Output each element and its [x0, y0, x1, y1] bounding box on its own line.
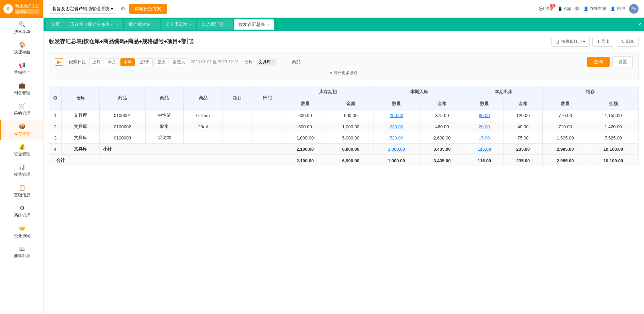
system-title: 装备及固定资产辅助管理系统	[52, 6, 110, 12]
tab-receive-summary[interactable]: 收发存汇总表 ×	[234, 19, 274, 30]
settings-icon[interactable]: ⚙	[120, 5, 125, 12]
finance-icon: 💰	[19, 144, 26, 150]
row-name: 胶水	[145, 121, 183, 132]
user-label: 用户	[617, 6, 625, 12]
row-out-amt: 75.00	[503, 132, 542, 144]
online-service-button[interactable]: 👤 在线客服	[583, 6, 606, 12]
sidebar-item-system[interactable]: ⚙系统管理	[0, 201, 43, 222]
page-inner: 收发存汇总表(按仓库+商品编码+商品+规格型号+项目+部门) 🖨 按模板打印 ▾…	[44, 31, 644, 314]
col-header-name: 商品	[145, 86, 183, 110]
row-in-amt: 375.00	[419, 110, 465, 121]
subtotal-in-amt: 3,435.00	[419, 144, 465, 155]
date-btn-7days[interactable]: 近7天	[136, 58, 153, 66]
sidebar-item-purchase[interactable]: 🛒采购管理	[0, 99, 43, 120]
sidebar-item-finance[interactable]: 💰资金管理	[0, 140, 43, 161]
tab-inventory-dist-close[interactable]: ×	[116, 22, 118, 27]
col-sub-out-amt: 金额	[503, 98, 542, 110]
tab-bar-close-button[interactable]: ×	[638, 21, 641, 28]
row-spec: 20ml	[184, 121, 222, 132]
experience-button[interactable]: 体验行业方案	[129, 4, 167, 14]
row-dept	[252, 110, 282, 121]
product-filter-dots[interactable]: ···	[303, 59, 310, 65]
sidebar-item-quick-nav[interactable]: 🏠快捷导航	[0, 38, 43, 59]
row-open-qty: 600.00	[282, 110, 328, 121]
col-sub-bal-qty: 数量	[542, 98, 588, 110]
set-button[interactable]: 设置	[612, 56, 633, 67]
table-settings-icon[interactable]: ⚙	[53, 95, 57, 101]
tab-inout-flow[interactable]: 出入库流水 ×	[161, 19, 196, 30]
sidebar-item-guide[interactable]: 📖新手引导	[0, 242, 43, 263]
tab-inventory-dist-label: 现存量（库存分布表）	[70, 21, 114, 28]
tab-receive-summary-close[interactable]: ×	[267, 22, 269, 27]
system-select[interactable]: 装备及固定资产辅助管理系统 ▾	[49, 4, 116, 14]
logo-text-line1: 畅捷通好生意	[15, 3, 39, 9]
row-dept	[252, 121, 282, 132]
tab-batch-account-label: 库存批次账	[129, 21, 151, 28]
col-header-opening: 库存期初	[282, 86, 374, 98]
logo-badge: 标准版	[15, 9, 39, 14]
user-button[interactable]: 👤 用户	[610, 6, 625, 12]
settings-col-header: ⚙	[49, 86, 62, 110]
sidebar-menu: 🔍搜索菜单🏠快捷导航📢营销推广💼销售管理🛒采购管理📦库存核算💰资金管理📊经营管理…	[0, 18, 43, 314]
expand-conditions-button[interactable]: ▾ 展开更多条件	[330, 70, 358, 76]
refresh-button[interactable]: ↻ 刷新	[617, 37, 639, 47]
date-btn-last-month[interactable]: 上月	[89, 58, 103, 66]
sidebar-item-basic[interactable]: 📋基础信息	[0, 181, 43, 201]
sidebar-item-marketing[interactable]: 📢营销推广	[0, 59, 43, 79]
message-button[interactable]: 💬 消息 6	[539, 6, 554, 12]
col-sub-in-qty: 数量	[374, 98, 419, 110]
col-sub-open-amt: 金额	[328, 98, 374, 110]
date-btn-this-month[interactable]: 本月	[105, 58, 119, 66]
main-container: 装备及固定资产辅助管理系统 ▾ ⚙ 体验行业方案 💬 消息 6 📱 App下载 …	[44, 0, 644, 314]
sidebar-item-inventory[interactable]: 📦库存核算	[0, 120, 43, 140]
row-code: 0100002	[100, 121, 145, 132]
tab-inout-summary-close[interactable]: ×	[226, 22, 228, 27]
export-button[interactable]: ⬆ 导出	[592, 37, 614, 47]
warehouse-filter-dots[interactable]: ···	[280, 59, 286, 65]
row-warehouse: 文具库	[62, 110, 100, 121]
tab-inventory-dist[interactable]: 现存量（库存分布表） ×	[65, 19, 123, 30]
filter-expand-arrow[interactable]: ▶	[55, 58, 63, 66]
sidebar-item-operation[interactable]: 📊经营管理	[0, 161, 43, 181]
subtotal-open-amt: 6,900.00	[328, 144, 374, 155]
table-row: 1 文具库 0100001 中性笔 0.7mm 600.00 900.00 25…	[49, 110, 639, 121]
print-button[interactable]: 🖨 按模板打印 ▾	[551, 37, 590, 47]
date-btn-more[interactable]: 更多	[154, 58, 168, 66]
refresh-icon: ↻	[621, 39, 625, 44]
row-bal-amt: 1,155.00	[588, 110, 639, 121]
date-btn-custom[interactable]: 自定义	[170, 58, 188, 66]
guide-icon: 📖	[19, 246, 26, 252]
row-dept	[252, 132, 282, 144]
tab-inout-flow-close[interactable]: ×	[189, 22, 192, 27]
dropdown-icon: ▾	[111, 6, 113, 11]
user-avatar[interactable]: Ea	[629, 4, 639, 14]
app-download-button[interactable]: 📱 App下载	[558, 6, 579, 12]
row-name: 采访本	[145, 132, 183, 144]
footer-out-amt: 235.00	[503, 155, 542, 166]
tab-batch-account-close[interactable]: ×	[153, 22, 155, 27]
tab-batch-account[interactable]: 库存批次账 ×	[124, 19, 160, 30]
filter-area: ▶ 记账日期 上月 本月 本年 近7天 更多 自定义 2023-0	[49, 52, 639, 80]
tab-inout-summary[interactable]: 出入库汇总 ×	[197, 19, 233, 30]
page-title-row: 收发存汇总表(按仓库+商品编码+商品+规格型号+项目+部门) 🖨 按模板打印 ▾…	[49, 37, 639, 47]
inventory-icon: 📦	[19, 123, 26, 130]
col-header-balance: 结存	[542, 86, 638, 98]
tab-inout-summary-label: 出入库汇总	[202, 21, 224, 28]
export-icon: ⬆	[597, 39, 600, 44]
online-service-label: 在线客服	[590, 6, 606, 12]
query-button[interactable]: 查询	[587, 57, 610, 67]
footer-in-qty: 1,000.00	[374, 155, 419, 166]
sidebar-item-enterprise[interactable]: 🤝企业协同	[0, 222, 43, 242]
row-bal-qty: 710.00	[542, 121, 588, 132]
sidebar-item-search[interactable]: 🔍搜索菜单	[0, 18, 43, 38]
app-download-label: App下载	[564, 6, 579, 12]
row-in-qty: 520.00	[374, 132, 419, 144]
warehouse-tag-close[interactable]: ×	[272, 60, 275, 64]
tab-home[interactable]: 首页	[46, 19, 65, 30]
row-out-amt: 120.00	[503, 110, 542, 121]
sidebar-item-sales[interactable]: 💼销售管理	[0, 79, 43, 99]
row-out-amt: 40.00	[503, 121, 542, 132]
col-sub-bal-amt: 金额	[588, 98, 639, 110]
date-btn-this-year[interactable]: 本年	[120, 58, 135, 66]
row-open-amt: 900.00	[328, 110, 374, 121]
